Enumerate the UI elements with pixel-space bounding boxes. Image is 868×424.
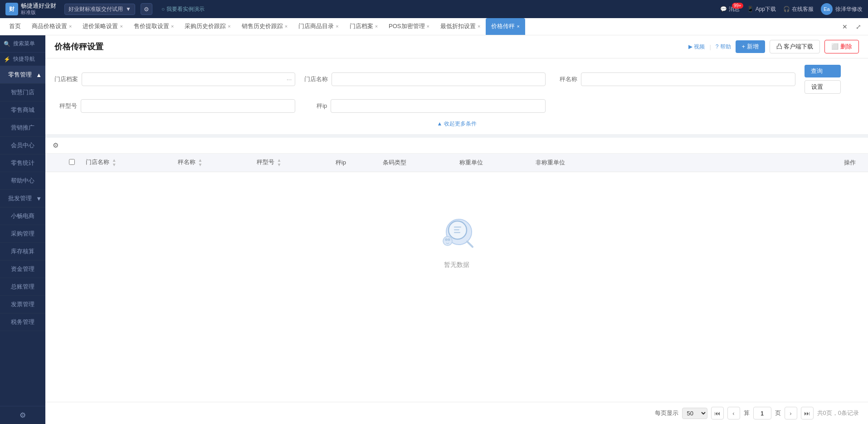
page-suffix: 页: [775, 409, 781, 417]
scale-name-input[interactable]: [581, 72, 795, 86]
svg-point-8: [445, 238, 448, 241]
sidebar-item-xiaochang-ecom[interactable]: 小畅电商: [0, 207, 45, 225]
select-all-checkbox[interactable]: [69, 159, 75, 165]
delete-button[interactable]: ⬜ 删除: [824, 40, 859, 53]
tab-close-store-profile[interactable]: ×: [375, 24, 378, 29]
tab-close-store-catalog[interactable]: ×: [336, 24, 338, 29]
store-profile-input-wrap: ···: [82, 72, 295, 86]
table-area: ⚙ 门店名称 ▲▼: [45, 138, 868, 424]
prev-page-button[interactable]: ‹: [727, 407, 740, 419]
store-name-label: 门店名称: [304, 75, 328, 83]
collapse-button[interactable]: ▲ 收起更多条件: [437, 120, 476, 128]
scale-ip-field: 秤ip: [304, 99, 545, 113]
settings-search-button[interactable]: 设置: [805, 80, 841, 94]
svg-point-7: [443, 236, 452, 246]
version-selector[interactable]: 好业财标准版交付试用 ▼: [64, 4, 135, 15]
page-number-input[interactable]: [753, 407, 771, 419]
first-page-button[interactable]: ⏮: [711, 407, 724, 419]
table-toolbar: ⚙: [45, 138, 868, 154]
table-settings-icon[interactable]: ⚙: [53, 141, 59, 149]
app-settings-button[interactable]: ⚙: [141, 3, 152, 15]
add-button[interactable]: + 新增: [736, 40, 765, 53]
empty-state: 暂无数据: [45, 172, 868, 305]
tab-price-scale[interactable]: 价格传秤 ×: [486, 18, 525, 35]
col-non-weight-unit: 非称重单位: [530, 154, 832, 172]
sidebar-item-marketing[interactable]: 营销推广: [0, 119, 45, 137]
sidebar-search[interactable]: 🔍 搜索菜单: [0, 35, 45, 53]
online-service-button[interactable]: 🎧 在线客服: [783, 5, 814, 13]
sidebar-item-invoice-mgmt[interactable]: 发票管理: [0, 296, 45, 313]
tab-sale-extract[interactable]: 售价提取设置 ×: [128, 18, 179, 35]
page-size-select[interactable]: 50 10 20 100: [682, 408, 707, 419]
sidebar-settings-icon[interactable]: ⚙: [20, 411, 26, 419]
header-right: 💬 消息 99+ 📱 App下载 🎧 在线客服 Ea 徐泽华修改: [720, 3, 863, 15]
sidebar-item-tax-mgmt[interactable]: 税务管理: [0, 313, 45, 331]
tab-purchase-strategy[interactable]: 进价策略设置 ×: [77, 18, 128, 35]
scale-model-input[interactable]: [81, 99, 295, 113]
app-download-button[interactable]: 📱 App下载: [747, 5, 776, 13]
sidebar-item-retail-mgmt[interactable]: 零售管理 ▲: [0, 66, 45, 84]
tab-purchase-history[interactable]: 采购历史价跟踪 ×: [179, 18, 236, 35]
sidebar-item-retail-mall[interactable]: 零售商城: [0, 101, 45, 119]
sidebar-item-help-center[interactable]: 帮助中心: [0, 172, 45, 190]
sidebar-item-batch-mgmt[interactable]: 批发管理 ▼: [0, 190, 45, 207]
user-area[interactable]: Ea 徐泽华修改: [821, 3, 863, 15]
notification-button[interactable]: 💬 消息 99+: [720, 5, 740, 13]
avatar: Ea: [821, 3, 833, 15]
tab-close-min-discount[interactable]: ×: [478, 24, 480, 29]
scale-model-label: 秤型号: [54, 102, 77, 110]
svg-rect-2: [454, 226, 461, 228]
page-actions: ▶ 视频 | ? 帮助 + 新增 凸 客户端下载 ⬜ 删除: [688, 40, 859, 53]
video-link[interactable]: ▶ 视频: [688, 43, 705, 51]
sidebar-item-general-ledger[interactable]: 总账管理: [0, 278, 45, 296]
tab-store-profile[interactable]: 门店档案 ×: [344, 18, 383, 35]
tab-close-purchase-history[interactable]: ×: [228, 24, 230, 29]
svg-rect-3: [454, 229, 459, 231]
video-icon: ▶: [688, 43, 692, 50]
ellipsis-icon[interactable]: ···: [287, 76, 292, 83]
total-info: 共0页，0条记录: [817, 409, 859, 417]
tab-close-purchase-strategy[interactable]: ×: [120, 24, 122, 29]
tab-min-discount[interactable]: 最低折扣设置 ×: [435, 18, 486, 35]
tab-close-sale-extract[interactable]: ×: [171, 24, 174, 29]
scale-name-field: 秤名称: [555, 72, 795, 86]
tab-sale-history[interactable]: 销售历史价跟踪 ×: [236, 18, 293, 35]
store-name-input[interactable]: [332, 72, 545, 86]
scale-ip-input[interactable]: [331, 99, 545, 113]
sidebar-quick-nav[interactable]: ⚡ 快捷导航: [0, 53, 45, 66]
query-button[interactable]: 查询: [805, 65, 841, 77]
sidebar-item-smart-store[interactable]: 智慧门店: [0, 84, 45, 101]
sidebar-item-member-center[interactable]: 会员中心: [0, 137, 45, 154]
sidebar-bottom: ⚙: [0, 406, 45, 424]
next-page-button[interactable]: ›: [785, 407, 797, 419]
main-layout: 🔍 搜索菜单 ⚡ 快捷导航 零售管理 ▲ 智慧门店 零售商城 营销推广 会员中心…: [0, 35, 868, 424]
tab-store-catalog[interactable]: 门店商品目录 ×: [293, 18, 344, 35]
tab-expand-button[interactable]: ⤢: [853, 21, 864, 33]
tab-goods-price[interactable]: 商品价格设置 ×: [26, 18, 77, 35]
search-icon: 🔍: [4, 41, 10, 47]
data-table: 门店名称 ▲▼ 秤名称 ▲▼ 秤型号 ▲▼: [45, 154, 868, 172]
col-scale-model[interactable]: 秤型号 ▲▼: [251, 154, 330, 172]
tab-close-price-scale[interactable]: ×: [517, 24, 519, 29]
collapse-btn-area: ▲ 收起更多条件: [54, 118, 859, 132]
last-page-button[interactable]: ⏭: [801, 407, 814, 419]
col-store-name[interactable]: 门店名称 ▲▼: [80, 154, 172, 172]
tab-close-all-button[interactable]: ✕: [839, 21, 851, 33]
chevron-down-icon: ▼: [36, 195, 42, 202]
tab-close-sale-history[interactable]: ×: [285, 24, 288, 29]
download-button[interactable]: 凸 客户端下载: [770, 40, 820, 53]
sidebar-item-purchase-mgmt[interactable]: 采购管理: [0, 225, 45, 243]
tab-close-pos-encrypt[interactable]: ×: [427, 24, 429, 29]
tab-pos-encrypt[interactable]: POS加密管理 ×: [383, 18, 435, 35]
help-link[interactable]: ? 帮助: [716, 43, 731, 51]
pagination-bar: 每页显示 50 10 20 100 ⏮ ‹ 算 页 › ⏭ 共0页，0条记录: [45, 402, 868, 424]
tab-close-goods-price[interactable]: ×: [69, 24, 72, 29]
sidebar-item-capital-mgmt[interactable]: 资金管理: [0, 260, 45, 278]
store-name-field: 门店名称: [304, 72, 545, 86]
tab-home[interactable]: 首页: [4, 18, 26, 35]
sidebar-item-retail-stats[interactable]: 零售统计: [0, 154, 45, 172]
demo-link[interactable]: ○ 我要看实例演示: [161, 5, 205, 13]
sidebar-item-inventory[interactable]: 库存核算: [0, 243, 45, 260]
col-scale-name[interactable]: 秤名称 ▲▼: [172, 154, 251, 172]
store-profile-input[interactable]: [82, 72, 295, 86]
